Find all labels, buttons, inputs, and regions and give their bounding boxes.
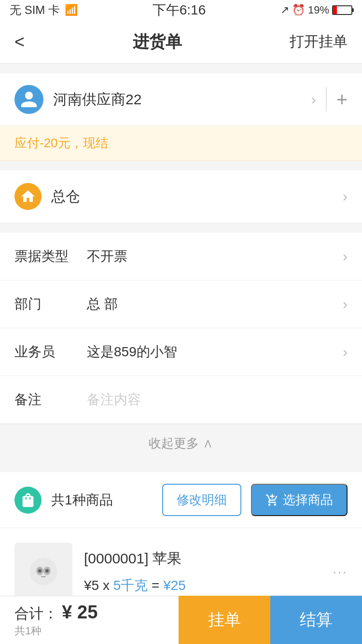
total-amount: ¥ 25 xyxy=(62,602,97,622)
status-left: 无 SIM 卡 📶 xyxy=(10,2,78,18)
supplier-divider xyxy=(326,87,327,112)
supplier-chevron-icon: › xyxy=(311,91,316,108)
gap-2 xyxy=(0,161,362,170)
remark-label: 备注 xyxy=(14,391,77,409)
warehouse-row[interactable]: 总仓 › xyxy=(0,170,362,223)
salesperson-row[interactable]: 业务员 这是859的小智 › xyxy=(0,328,362,376)
back-button[interactable]: < xyxy=(14,32,25,52)
notice-bar: 应付-20元，现结 xyxy=(0,126,362,161)
product-price: ¥5 x 5千克 = ¥25 xyxy=(84,576,321,595)
multiply-sign: x xyxy=(103,578,113,593)
product-code: [0000001] xyxy=(84,550,148,566)
status-bar: 无 SIM 卡 📶 下午6:16 ↗ ⏰ 19% xyxy=(0,0,362,20)
location-icon: ↗ xyxy=(280,4,289,16)
select-product-button[interactable]: 选择商品 xyxy=(251,484,348,516)
department-label: 部门 xyxy=(14,295,77,313)
svg-point-6 xyxy=(46,570,48,572)
equals-sign: = xyxy=(152,578,163,593)
product-name: [0000001] 苹果 xyxy=(84,549,321,569)
gap-3 xyxy=(0,223,362,233)
house-icon xyxy=(20,188,36,205)
battery-icon xyxy=(332,5,352,15)
nav-bar: < 进货单 打开挂单 xyxy=(0,20,362,64)
products-icon xyxy=(14,487,42,514)
unit-price: ¥5 xyxy=(84,578,99,593)
gap-4 xyxy=(0,462,362,472)
invoice-type-label: 票据类型 xyxy=(14,247,77,266)
department-value: 总 部 xyxy=(87,295,343,313)
invoice-chevron-icon: › xyxy=(343,248,348,265)
add-supplier-button[interactable]: + xyxy=(336,89,348,111)
shopping-bag-icon xyxy=(20,492,36,508)
salesperson-value: 这是859的小智 xyxy=(87,343,343,361)
total-amount-row: 合计： ¥ 25 xyxy=(14,602,164,624)
warehouse-chevron-icon: › xyxy=(343,188,348,205)
department-chevron-icon: › xyxy=(343,296,348,312)
hang-label: 挂单 xyxy=(208,609,241,631)
remark-row[interactable]: 备注 备注内容 xyxy=(0,376,362,424)
page-title: 进货单 xyxy=(133,31,182,53)
select-product-label: 选择商品 xyxy=(283,491,333,508)
salesperson-chevron-icon: › xyxy=(343,344,348,360)
cart-plus-icon xyxy=(265,493,279,507)
product-title: 苹果 xyxy=(153,550,181,566)
warehouse-name: 总仓 xyxy=(51,187,343,207)
warehouse-icon xyxy=(14,183,42,210)
edit-detail-button[interactable]: 修改明细 xyxy=(162,484,241,516)
alarm-icon: ⏰ xyxy=(292,4,305,16)
salesperson-label: 业务员 xyxy=(14,343,77,361)
product-count-text: 共1种商品 xyxy=(51,491,153,509)
warehouse-section: 总仓 › xyxy=(0,170,362,223)
svg-point-5 xyxy=(39,570,41,572)
wifi-icon: 📶 xyxy=(65,4,78,16)
quantity: 5千克 xyxy=(113,578,148,593)
carrier-text: 无 SIM 卡 xyxy=(10,2,60,18)
supplier-section: 河南供应商22 › + 应付-20元，现结 xyxy=(0,73,362,161)
supplier-name: 河南供应商22 xyxy=(53,90,311,110)
product-more-button[interactable]: ··· xyxy=(333,563,348,580)
product-thumbnail xyxy=(14,543,72,601)
products-header: 共1种商品 修改明细 选择商品 xyxy=(0,472,362,528)
form-section: 票据类型 不开票 › 部门 总 部 › 业务员 这是859的小智 › 备注 备注… xyxy=(0,233,362,424)
supplier-avatar xyxy=(14,85,43,114)
checkout-button[interactable]: 结算 xyxy=(270,596,362,644)
hang-button[interactable]: 挂单 xyxy=(179,596,270,644)
footer-total: 合计： ¥ 25 共1种 xyxy=(0,596,179,644)
collapse-label: 收起更多 ∧ xyxy=(149,435,213,452)
remark-input[interactable]: 备注内容 xyxy=(87,391,348,409)
owl-logo-icon xyxy=(29,557,58,586)
status-right: ↗ ⏰ 19% xyxy=(280,4,352,16)
open-hang-button[interactable]: 打开挂单 xyxy=(290,32,348,52)
invoice-type-row[interactable]: 票据类型 不开票 › xyxy=(0,233,362,280)
checkout-label: 结算 xyxy=(300,609,333,631)
supplier-row[interactable]: 河南供应商22 › + xyxy=(0,73,362,126)
invoice-type-value: 不开票 xyxy=(87,247,343,266)
gap-1 xyxy=(0,64,362,73)
svg-point-0 xyxy=(30,558,57,586)
department-row[interactable]: 部门 总 部 › xyxy=(0,280,362,328)
product-info: [0000001] 苹果 ¥5 x 5千克 = ¥25 xyxy=(84,549,321,595)
collapse-bar[interactable]: 收起更多 ∧ xyxy=(0,424,362,462)
total-label: 合计： xyxy=(14,605,58,621)
status-time: 下午6:16 xyxy=(153,1,206,19)
battery-percent: 19% xyxy=(308,4,329,16)
footer: 合计： ¥ 25 共1种 挂单 结算 xyxy=(0,596,362,644)
total-price: ¥25 xyxy=(163,578,186,593)
person-icon xyxy=(19,90,39,109)
product-count-sub: 共1种 xyxy=(14,624,164,638)
